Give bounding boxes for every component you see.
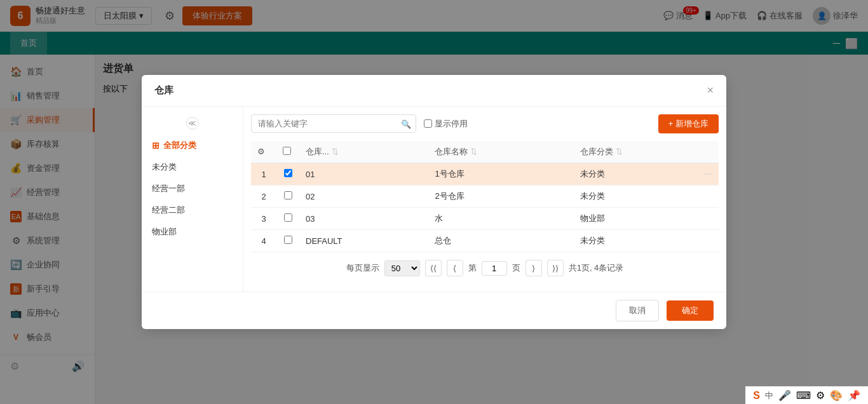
modal-title: 仓库 bbox=[154, 84, 173, 97]
table-head: ⚙ 仓库...⇅ 仓库名称⇅ bbox=[251, 141, 719, 163]
add-warehouse-button[interactable]: + 新增仓库 bbox=[658, 114, 719, 133]
modal-footer: 取消 确定 bbox=[142, 292, 726, 329]
row-code-3: 03 bbox=[299, 208, 428, 230]
row-checkbox-2[interactable] bbox=[284, 191, 292, 199]
search-wrap: 🔍 bbox=[251, 114, 416, 133]
modal-right-panel: 🔍 显示停用 + 新增仓库 ⚙ bbox=[243, 107, 726, 292]
first-page-button[interactable]: ⟨⟨ bbox=[425, 260, 442, 276]
table-row[interactable]: 4 DEFAULT 总仓 未分类 bbox=[251, 230, 719, 252]
right-toolbar: 🔍 显示停用 + 新增仓库 bbox=[251, 114, 719, 133]
category-property[interactable]: 物业部 bbox=[142, 221, 243, 243]
row-name-2: 2号仓库 bbox=[428, 185, 573, 208]
mic-icon[interactable]: 🎤 bbox=[778, 389, 791, 401]
row-num-4: 4 bbox=[251, 230, 276, 252]
dept2-label: 经营二部 bbox=[152, 205, 185, 216]
col-checkbox bbox=[276, 141, 299, 163]
col-code: 仓库...⇅ bbox=[299, 141, 428, 163]
keyboard-icon[interactable]: ⌨ bbox=[796, 389, 811, 401]
modal-header: 仓库 × bbox=[142, 75, 726, 107]
col-settings: ⚙ bbox=[251, 141, 276, 163]
row-checkbox-3[interactable] bbox=[284, 213, 292, 222]
col-category: 仓库分类⇅ bbox=[574, 141, 719, 163]
row-code-2: 02 bbox=[299, 185, 428, 208]
row-check-2 bbox=[276, 185, 299, 208]
chinese-zh-icon[interactable]: 中 bbox=[765, 390, 773, 401]
per-page-select[interactable]: 50 100 bbox=[384, 260, 420, 276]
row-name-4: 总仓 bbox=[428, 230, 573, 252]
row-category-3: 物业部 bbox=[574, 208, 719, 230]
collapse-button[interactable]: ≪ bbox=[186, 117, 199, 130]
category-uncategorized[interactable]: 未分类 bbox=[142, 156, 243, 178]
row-check-1 bbox=[276, 163, 299, 185]
table-row[interactable]: 2 02 2号仓库 未分类 bbox=[251, 185, 719, 208]
prev-page-button[interactable]: ⟨ bbox=[447, 260, 463, 276]
bottom-bar: S 中 🎤 ⌨ ⚙ 🎨 📌 bbox=[745, 386, 868, 404]
category-all[interactable]: ⊞ 全部分类 bbox=[142, 135, 243, 156]
page-label: 第 bbox=[468, 262, 477, 274]
col-name: 仓库名称⇅ bbox=[428, 141, 573, 163]
total-label: 共1页, 4条记录 bbox=[569, 262, 624, 274]
row-action-1[interactable]: ··· bbox=[704, 168, 712, 180]
show-disabled-label: 显示停用 bbox=[435, 118, 468, 130]
sort-icon-name: ⇅ bbox=[470, 147, 477, 156]
row-check-4 bbox=[276, 230, 299, 252]
property-label: 物业部 bbox=[152, 226, 177, 238]
row-code-4: DEFAULT bbox=[299, 230, 428, 252]
row-category-4: 未分类 bbox=[574, 230, 719, 252]
next-page-button[interactable]: ⟩ bbox=[526, 260, 542, 276]
sort-icon-code: ⇅ bbox=[332, 147, 339, 156]
row-num-1: 1 bbox=[251, 163, 276, 185]
select-all-checkbox[interactable] bbox=[283, 147, 291, 155]
row-name-3: 水 bbox=[428, 208, 573, 230]
settings-col-icon[interactable]: ⚙ bbox=[257, 147, 265, 156]
category-all-label: 全部分类 bbox=[163, 140, 196, 151]
table-row[interactable]: 3 03 水 物业部 bbox=[251, 208, 719, 230]
brand-s-icon: S bbox=[753, 390, 760, 401]
modal-left-panel: ≪ ⊞ 全部分类 未分类 经营一部 经营二部 物业部 bbox=[142, 107, 243, 292]
table-row[interactable]: 1 01 1号仓库 未分类 ··· bbox=[251, 163, 719, 185]
last-page-button[interactable]: ⟩⟩ bbox=[547, 260, 564, 276]
dept1-label: 经营一部 bbox=[152, 183, 185, 194]
show-disabled-checkbox[interactable] bbox=[424, 119, 432, 128]
row-num-3: 3 bbox=[251, 208, 276, 230]
grid-icon: ⊞ bbox=[152, 140, 159, 151]
modal-overlay: 仓库 × ≪ ⊞ 全部分类 未分类 经营一部 经营二部 bbox=[0, 0, 868, 404]
category-dept1[interactable]: 经营一部 bbox=[142, 178, 243, 199]
row-num-2: 2 bbox=[251, 185, 276, 208]
page-input[interactable] bbox=[482, 261, 507, 276]
uncategorized-label: 未分类 bbox=[152, 161, 177, 173]
row-category-2: 未分类 bbox=[574, 185, 719, 208]
row-checkbox-4[interactable] bbox=[284, 236, 292, 244]
table-container: ⚙ 仓库...⇅ 仓库名称⇅ bbox=[251, 141, 719, 253]
cancel-button[interactable]: 取消 bbox=[616, 300, 659, 321]
per-page-label: 每页显示 bbox=[346, 262, 379, 274]
pin-icon[interactable]: 📌 bbox=[848, 389, 860, 401]
close-icon[interactable]: × bbox=[707, 84, 714, 97]
sort-icon-category: ⇅ bbox=[616, 147, 623, 156]
warehouse-modal: 仓库 × ≪ ⊞ 全部分类 未分类 经营一部 经营二部 bbox=[142, 75, 726, 330]
show-disabled-area: 显示停用 bbox=[424, 118, 468, 130]
modal-body: ≪ ⊞ 全部分类 未分类 经营一部 经营二部 物业部 bbox=[142, 107, 726, 292]
row-category-1: 未分类 ··· bbox=[574, 163, 719, 185]
table-body: 1 01 1号仓库 未分类 ··· bbox=[251, 163, 719, 252]
row-code-1: 01 bbox=[299, 163, 428, 185]
row-check-3 bbox=[276, 208, 299, 230]
page-suffix: 页 bbox=[512, 262, 520, 274]
confirm-button[interactable]: 确定 bbox=[667, 300, 714, 321]
row-checkbox-1[interactable] bbox=[284, 169, 292, 177]
search-input[interactable] bbox=[251, 114, 416, 133]
category-dept2[interactable]: 经营二部 bbox=[142, 199, 243, 221]
pagination: 每页显示 50 100 ⟨⟨ ⟨ 第 页 ⟩ ⟩⟩ 共1页, 4条记录 bbox=[251, 252, 719, 284]
warehouse-table: ⚙ 仓库...⇅ 仓库名称⇅ bbox=[251, 141, 719, 253]
row-name-1: 1号仓库 bbox=[428, 163, 573, 185]
color-theme-icon[interactable]: 🎨 bbox=[830, 389, 843, 401]
settings-status-icon[interactable]: ⚙ bbox=[816, 389, 825, 401]
search-icon[interactable]: 🔍 bbox=[401, 119, 411, 128]
